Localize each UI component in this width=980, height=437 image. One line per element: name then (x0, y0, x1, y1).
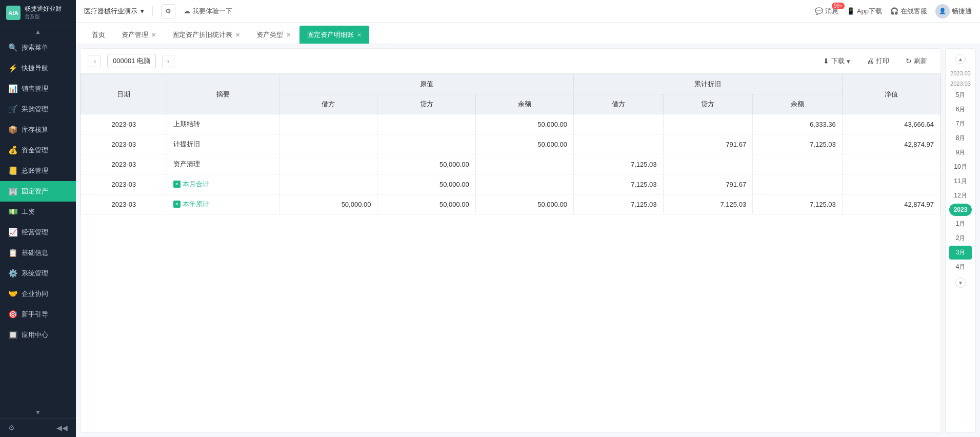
tab-asset-mgmt-close[interactable]: ✕ (151, 32, 156, 38)
company-name: 医疗器械行业演示 (84, 7, 137, 16)
main-content: 医疗器械行业演示 ▾ ⚙ ☁ 我要体验一下 💬 消息 99+ 📱 App下载 🎧… (76, 0, 980, 437)
sidebar-scroll-down[interactable]: ▼ (0, 407, 76, 418)
cell-date: 2023-03 (81, 174, 167, 194)
cell-summary: ≡ 本年累计 (167, 194, 279, 214)
calendar-up-button[interactable]: ▲ (955, 54, 966, 64)
cell-date: 2023-03 (81, 114, 167, 134)
download-button[interactable]: ⬇ 下载 ▾ (818, 54, 855, 68)
cell-net-value: 43,666.64 (842, 114, 940, 134)
sidebar-label-capital: 资金管理 (22, 146, 48, 155)
cell-orig-debit (279, 134, 377, 154)
col-original-value: 原值 (279, 74, 574, 94)
sidebar-icon-basic-info: 📋 (8, 248, 17, 257)
calendar-bottom-controls: ▼ (955, 274, 966, 291)
online-service-label: 在线客服 (901, 7, 927, 16)
calendar-month[interactable]: 4月 (949, 260, 972, 274)
message-badge: 99+ (832, 3, 845, 9)
calendar-year-2023[interactable]: 2023 (949, 204, 972, 216)
online-service-button[interactable]: 🎧 在线客服 (890, 7, 927, 16)
cell-orig-credit: 50,000.00 (377, 154, 475, 174)
calendar-month[interactable]: 7月 (949, 117, 972, 131)
app-logo: AtA 畅捷通好业财 普及版 (0, 0, 76, 26)
cell-summary: 计提折旧 (167, 134, 279, 154)
sidebar-item-system[interactable]: ⚙️系统管理 (0, 263, 76, 284)
cell-orig-debit (279, 114, 377, 134)
table-row: 2023-03 上期结转 50,000.00 6,333.36 43,666.6… (81, 114, 941, 134)
print-icon: 🖨 (867, 57, 874, 65)
cell-accum-debit (574, 134, 664, 154)
sidebar-item-ledger[interactable]: 📒总账管理 (0, 161, 76, 181)
col-net-value: 净值 (842, 74, 940, 114)
col-summary: 摘要 (167, 74, 279, 114)
calendar-month[interactable]: 6月 (949, 103, 972, 116)
sidebar-icon-capital: 💰 (8, 146, 17, 155)
calendar-month[interactable]: 3月 (949, 246, 972, 260)
service-icon: 🎧 (890, 7, 898, 15)
sidebar-item-quicknav[interactable]: ⚡快捷导航 (0, 58, 76, 78)
sidebar-label-enterprise: 企业协同 (22, 289, 48, 299)
sidebar-label-operations: 经营管理 (22, 228, 48, 237)
cell-orig-balance (475, 154, 573, 174)
tab-asset-type-close[interactable]: ✕ (286, 32, 291, 38)
sidebar-item-sales[interactable]: 📊销售管理 (0, 78, 76, 99)
app-download-button[interactable]: 📱 App下载 (847, 7, 882, 16)
cell-date: 2023-03 (81, 194, 167, 214)
calendar-month[interactable]: 11月 (949, 174, 972, 188)
calendar-month[interactable]: 8月 (949, 131, 972, 145)
sidebar-scroll-up[interactable]: ▲ (0, 26, 76, 37)
tab-asset-mgmt[interactable]: 资产管理 ✕ (114, 26, 164, 44)
sidebar-item-operations[interactable]: 📈经营管理 (0, 222, 76, 243)
tab-asset-detail[interactable]: 固定资产明细账 ✕ (299, 26, 369, 44)
company-selector[interactable]: 医疗器械行业演示 ▾ (84, 7, 144, 16)
sidebar-item-inventory[interactable]: 📦库存核算 (0, 120, 76, 140)
tab-asset-detail-close[interactable]: ✕ (357, 32, 362, 38)
print-button[interactable]: 🖨 打印 (862, 54, 894, 68)
logo-sub: 普及版 (25, 13, 62, 21)
company-settings-button[interactable]: ⚙ (161, 4, 175, 18)
sidebar: AtA 畅捷通好业财 普及版 ▲ 🔍搜索菜单⚡快捷导航📊销售管理🛒采购管理📦库存… (0, 0, 76, 437)
refresh-button[interactable]: ↻ 刷新 (901, 54, 932, 68)
sidebar-icon-fixed-assets: 🏢 (8, 187, 17, 196)
cell-accum-balance: 7,125.03 (753, 134, 843, 154)
cell-accum-debit: 7,125.03 (574, 174, 664, 194)
message-icon: 💬 (815, 7, 823, 15)
settings-icon[interactable]: ⚙ (8, 424, 15, 432)
calendar-month[interactable]: 2月 (949, 231, 972, 245)
sidebar-icon-inventory: 📦 (8, 125, 17, 134)
calendar-down-button[interactable]: ▼ (955, 277, 966, 288)
sidebar-item-purchase[interactable]: 🛒采购管理 (0, 99, 76, 120)
sidebar-item-apps[interactable]: 🔲应用中心 (0, 325, 76, 345)
calendar-month[interactable]: 12月 (949, 189, 972, 203)
cell-summary: 资产清理 (167, 154, 279, 174)
cell-accum-credit (663, 154, 753, 174)
next-asset-button[interactable]: › (162, 55, 174, 67)
sidebar-label-basic-info: 基础信息 (22, 248, 48, 257)
cell-net-value (842, 174, 940, 194)
user-profile[interactable]: 👤 畅捷通 (935, 4, 972, 18)
calendar-month[interactable]: 1月 (949, 217, 972, 231)
tab-depreciation-stat-close[interactable]: ✕ (235, 32, 240, 38)
calendar-month[interactable]: 5月 (949, 88, 972, 102)
tab-asset-type[interactable]: 资产类型 ✕ (249, 26, 298, 44)
calendar-month[interactable]: 9月 (949, 146, 972, 160)
sidebar-item-fixed-assets[interactable]: 🏢固定资产 (0, 181, 76, 202)
calendar-months-2023: 1月2月3月4月 (949, 216, 972, 274)
sidebar-item-basic-info[interactable]: 📋基础信息 (0, 243, 76, 263)
sidebar-label-purchase: 采购管理 (22, 105, 48, 114)
message-button[interactable]: 💬 消息 99+ (815, 7, 838, 16)
sidebar-item-payroll[interactable]: 💵工资 (0, 202, 76, 222)
sidebar-label-system: 系统管理 (22, 269, 48, 278)
calendar-month[interactable]: 10月 (949, 160, 972, 174)
col-orig-credit: 贷方 (377, 94, 475, 114)
collapse-icon[interactable]: ◀◀ (56, 424, 68, 432)
sidebar-item-search[interactable]: 🔍搜索菜单 (0, 37, 76, 58)
tab-depreciation-stat[interactable]: 固定资产折旧统计表 ✕ (165, 26, 248, 44)
sidebar-item-guide[interactable]: 🎯新手引导 (0, 304, 76, 325)
table-row: 2023-03 计提折旧 50,000.00 791.67 7,125.03 4… (81, 134, 941, 154)
sidebar-item-enterprise[interactable]: 🤝企业协同 (0, 284, 76, 304)
sidebar-item-capital[interactable]: 💰资金管理 (0, 140, 76, 161)
experience-button[interactable]: ☁ 我要体验一下 (184, 7, 232, 16)
tab-home[interactable]: 首页 (84, 26, 113, 44)
prev-asset-button[interactable]: ‹ (89, 55, 101, 67)
logo-icon: AtA (6, 6, 21, 20)
